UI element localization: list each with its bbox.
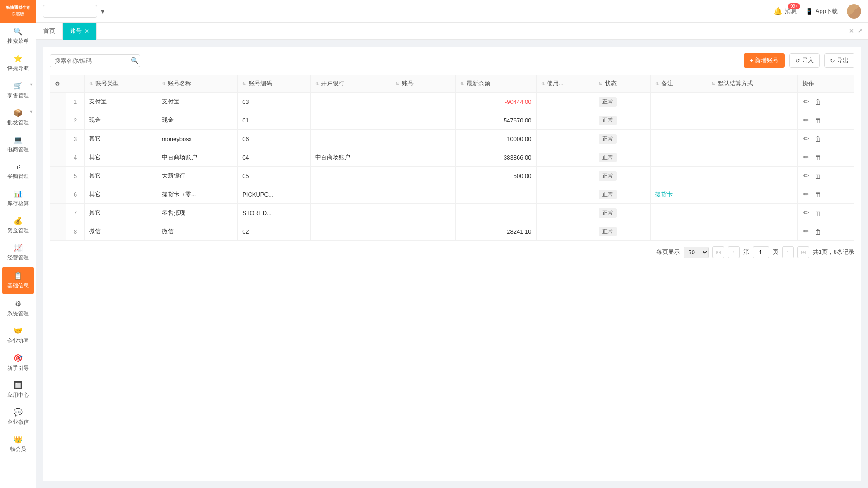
import-icon: ↺ xyxy=(795,57,800,64)
tab-home[interactable]: 首页 xyxy=(36,23,63,40)
action-buttons: ✏ 🗑 xyxy=(802,226,849,236)
row-actions-cell: ✏ 🗑 xyxy=(797,148,854,167)
import-button[interactable]: ↺ 导入 xyxy=(789,53,820,68)
action-buttons: ✏ 🗑 xyxy=(802,115,849,125)
sidebar-item-search-menu[interactable]: 🔍 搜索菜单 xyxy=(0,23,36,50)
sidebar-item-label: 搜索菜单 xyxy=(7,38,29,45)
page-number-input[interactable] xyxy=(753,246,769,258)
edit-button[interactable]: ✏ xyxy=(802,134,810,144)
row-usage-cell xyxy=(536,222,594,241)
sidebar-item-quick-nav[interactable]: ⭐ 快捷导航 xyxy=(0,50,36,77)
row-actions-cell: ✏ 🗑 xyxy=(797,185,854,204)
add-account-button[interactable]: + 新增账号 xyxy=(744,53,785,68)
sidebar-item-inventory[interactable]: 📊 库存核算 xyxy=(0,185,36,212)
col-bank-label: 开户银行 xyxy=(321,80,344,87)
row-default-settlement-cell xyxy=(707,130,797,148)
action-buttons: ✏ 🗑 xyxy=(802,134,849,144)
row-account-code-cell: 02 xyxy=(238,222,311,241)
row-account-num-cell xyxy=(391,204,456,222)
app-download-button[interactable]: 📱 App下载 xyxy=(806,7,838,15)
sidebar-item-label: 资金管理 xyxy=(7,227,29,235)
edit-button[interactable]: ✏ xyxy=(802,97,810,107)
dropdown-arrow-icon[interactable]: ▼ xyxy=(99,8,106,15)
col-default-settlement[interactable]: ⇅ 默认结算方式 xyxy=(707,75,797,93)
account-search-button[interactable]: 🔍 xyxy=(127,57,140,64)
col-bank[interactable]: ⇅ 开户银行 xyxy=(310,75,391,93)
first-page-button[interactable]: ⏮ xyxy=(712,246,724,258)
row-actions-cell: ✏ 🗑 xyxy=(797,167,854,185)
delete-button[interactable]: 🗑 xyxy=(814,115,822,125)
sidebar-item-enterprise-agreement[interactable]: 🤝 企业协同 xyxy=(0,322,36,349)
sidebar-item-system-mgmt[interactable]: ⚙ 系统管理 xyxy=(0,295,36,322)
messages-button[interactable]: 🔔 消息 99+ xyxy=(774,7,797,15)
delete-button[interactable]: 🗑 xyxy=(814,208,822,218)
sidebar-item-purchase-mgmt[interactable]: 🛍 采购管理 xyxy=(0,158,36,185)
page-size-select[interactable]: 50 100 200 xyxy=(684,247,709,258)
delete-button[interactable]: 🗑 xyxy=(814,97,822,107)
sidebar-item-ecommerce-mgmt[interactable]: 💻 电商管理 xyxy=(0,131,36,158)
col-notes[interactable]: ⇅ 备注 xyxy=(651,75,707,93)
sidebar-item-capital-mgmt[interactable]: 💰 资金管理 xyxy=(0,212,36,239)
col-account-num[interactable]: ⇅ 账号 xyxy=(391,75,456,93)
sidebar-item-label: 电商管理 xyxy=(7,146,29,154)
row-status-cell: 正常 xyxy=(594,167,651,185)
table-row: 8 微信 微信 02 28241.10 正常 ✏ 🗑 xyxy=(50,222,854,241)
top-search-input[interactable] xyxy=(43,5,97,18)
col-account-code[interactable]: ⇅ 账号编码 xyxy=(238,75,311,93)
main-content: 首页 账号 ✕ ✕ ⤢ 🔍 + 新增账号 xyxy=(36,23,868,488)
prev-page-button[interactable]: ‹ xyxy=(728,246,740,258)
app-version: 乐惠版 xyxy=(12,11,24,17)
col-gear: ⚙ xyxy=(50,75,66,93)
tab-account[interactable]: 账号 ✕ xyxy=(63,23,97,40)
col-account-name[interactable]: ⇅ 账号名称 xyxy=(157,75,237,93)
sidebar-item-enterprise-wechat[interactable]: 💬 企业微信 xyxy=(0,404,36,431)
last-page-button[interactable]: ⏭ xyxy=(797,246,809,258)
col-num xyxy=(66,75,85,93)
delete-button[interactable]: 🗑 xyxy=(814,226,822,236)
tab-close-all-icon[interactable]: ✕ xyxy=(849,28,854,34)
sidebar-item-new-guide[interactable]: 🎯 新手引导 xyxy=(0,349,36,376)
table-row: 2 现金 现金 01 547670.00 正常 ✏ 🗑 xyxy=(50,111,854,130)
edit-button[interactable]: ✏ xyxy=(802,226,810,236)
edit-button[interactable]: ✏ xyxy=(802,171,810,181)
row-gear-cell xyxy=(50,222,66,241)
search-menu-icon: 🔍 xyxy=(14,27,23,36)
sidebar-item-app-center[interactable]: 🔲 应用中心 xyxy=(0,376,36,404)
next-page-button[interactable]: › xyxy=(782,246,794,258)
sidebar-item-vip-member[interactable]: 👑 畅会员 xyxy=(0,431,36,458)
export-button[interactable]: ↻ 导出 xyxy=(824,53,854,68)
row-account-code-cell: 01 xyxy=(238,111,311,130)
delete-button[interactable]: 🗑 xyxy=(814,134,822,144)
action-buttons: ✏ 🗑 xyxy=(802,189,849,199)
edit-button[interactable]: ✏ xyxy=(802,208,810,218)
row-account-code-cell: 04 xyxy=(238,148,311,167)
delete-button[interactable]: 🗑 xyxy=(814,171,822,181)
edit-button[interactable]: ✏ xyxy=(802,115,810,125)
row-account-type-cell: 其它 xyxy=(85,167,157,185)
add-account-label: + 新增账号 xyxy=(750,56,778,65)
sidebar-item-operations-mgmt[interactable]: 📈 经营管理 xyxy=(0,239,36,266)
gear-icon[interactable]: ⚙ xyxy=(55,80,60,87)
col-usage[interactable]: ⇅ 使用... xyxy=(536,75,594,93)
col-status[interactable]: ⇅ 状态 xyxy=(594,75,651,93)
account-search-input[interactable] xyxy=(50,55,127,67)
col-account-type[interactable]: ⇅ 账号类型 xyxy=(85,75,157,93)
tab-expand-icon[interactable]: ⤢ xyxy=(858,28,863,34)
sidebar-item-basic-info[interactable]: 📋 基础信息 xyxy=(2,267,34,294)
edit-button[interactable]: ✏ xyxy=(802,152,810,162)
row-status-cell: 正常 xyxy=(594,185,651,204)
row-account-name-cell: moneybosx xyxy=(157,130,237,148)
toolbar-right: + 新增账号 ↺ 导入 ↻ 导出 xyxy=(744,53,854,68)
top-bar-right: 🔔 消息 99+ 📱 App下载 xyxy=(774,4,861,19)
row-bank-cell xyxy=(310,185,391,204)
toolbar: 🔍 + 新增账号 ↺ 导入 ↻ 导出 xyxy=(50,53,854,68)
col-latest-balance[interactable]: ⇅ 最新余额 xyxy=(456,75,536,93)
delete-button[interactable]: 🗑 xyxy=(814,189,822,199)
delete-button[interactable]: 🗑 xyxy=(814,152,822,162)
edit-button[interactable]: ✏ xyxy=(802,189,810,199)
user-avatar[interactable] xyxy=(847,4,861,19)
sidebar-item-wholesale-mgmt[interactable]: 📦 批发管理 ▼ xyxy=(0,104,36,131)
sidebar-item-retail-mgmt[interactable]: 🛒 零售管理 ▼ xyxy=(0,77,36,104)
tab-account-close-icon[interactable]: ✕ xyxy=(85,28,89,34)
col-default-settlement-label: 默认结算方式 xyxy=(718,80,753,87)
